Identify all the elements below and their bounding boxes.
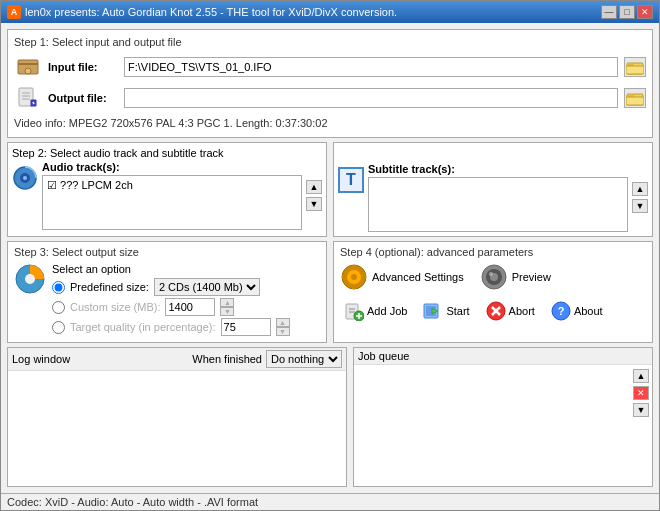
input-file-browse-button[interactable]	[624, 57, 646, 77]
target-spinner: ▲ ▼	[276, 318, 290, 336]
start-button[interactable]: Start	[419, 299, 473, 323]
custom-label: Custom size (MB):	[70, 301, 160, 313]
predefined-row: Predefined size: 2 CDs (1400 Mb) 1 CD (7…	[52, 278, 320, 296]
custom-row: Custom size (MB): ▲ ▼	[52, 298, 320, 316]
predefined-radio[interactable]	[52, 281, 65, 294]
custom-radio[interactable]	[52, 301, 65, 314]
custom-value-input[interactable]	[165, 298, 215, 316]
output-file-field[interactable]	[124, 88, 618, 108]
advanced-settings-button[interactable]: Advanced Settings	[340, 263, 464, 291]
step2-header: Step 2: Select audio track and subtitle …	[12, 147, 322, 159]
text-icon: T	[338, 167, 364, 193]
queue-header: Job queue	[354, 348, 652, 365]
subtitle-track-list	[368, 177, 628, 232]
queue-section: Job queue ▲ ✕ ▼	[353, 347, 653, 487]
when-finished-group: When finished Do nothing Shutdown Hibern…	[192, 350, 342, 368]
custom-spinner-down[interactable]: ▼	[220, 307, 234, 316]
target-value-input[interactable]	[221, 318, 271, 336]
audio-up-button[interactable]: ▲	[306, 180, 322, 194]
queue-arrows: ▲ ✕ ▼	[630, 365, 652, 486]
audio-arrows: ▲ ▼	[306, 161, 322, 230]
start-label: Start	[446, 305, 469, 317]
step4-header: Step 4 (optional): advanced parameters	[340, 246, 646, 258]
target-spinner-down[interactable]: ▼	[276, 327, 290, 336]
audio-track-text: ☑ ??? LPCM 2ch	[47, 179, 133, 192]
minimize-button[interactable]: —	[601, 5, 617, 19]
queue-up-button[interactable]: ▲	[633, 369, 649, 383]
preview-label: Preview	[512, 271, 551, 283]
window-title: len0x presents: Auto Gordian Knot 2.55 -…	[25, 6, 397, 18]
step2-row: Step 2: Select audio track and subtitle …	[7, 142, 653, 237]
output-file-icon	[14, 84, 42, 112]
input-file-row: Input file:	[14, 53, 646, 81]
custom-spinner-up[interactable]: ▲	[220, 298, 234, 307]
add-job-button[interactable]: Add Job	[340, 299, 411, 323]
input-file-field[interactable]	[124, 57, 618, 77]
start-icon	[423, 301, 443, 321]
log-body	[8, 371, 346, 486]
svg-rect-5	[626, 66, 644, 74]
step3-options: Select an option Predefined size: 2 CDs …	[52, 263, 320, 338]
audio-down-button[interactable]: ▼	[306, 197, 322, 211]
target-label: Target quality (in percentage):	[70, 321, 216, 333]
subtitle-body: T Subtitle track(s): ▲ ▼	[338, 163, 648, 232]
audio-body: Audio track(s): ☑ ??? LPCM 2ch ▲ ▼	[12, 161, 322, 230]
queue-down-button[interactable]: ▼	[633, 403, 649, 417]
output-file-browse-button[interactable]	[624, 88, 646, 108]
add-job-icon	[344, 301, 364, 321]
queue-list	[354, 365, 630, 486]
svg-rect-25	[342, 275, 346, 279]
status-bar: Codec: XviD - Audio: Auto - Auto width -…	[1, 493, 659, 510]
audio-section: Step 2: Select audio track and subtitle …	[7, 142, 327, 237]
subtitle-icon-area: T	[338, 163, 364, 232]
audio-track-item[interactable]: ☑ ??? LPCM 2ch	[45, 178, 299, 193]
pie-chart-icon	[14, 263, 46, 295]
abort-button[interactable]: Abort	[482, 299, 539, 323]
subtitle-up-button[interactable]: ▲	[632, 182, 648, 196]
about-button[interactable]: ? About	[547, 299, 607, 323]
title-bar-left: A len0x presents: Auto Gordian Knot 2.55…	[7, 5, 397, 19]
svg-rect-1	[18, 63, 38, 65]
close-button[interactable]: ✕	[637, 5, 653, 19]
audio-track-header: Audio track(s):	[42, 161, 302, 173]
maximize-button[interactable]: □	[619, 5, 635, 19]
main-window: A len0x presents: Auto Gordian Knot 2.55…	[0, 0, 660, 511]
predefined-label: Predefined size:	[70, 281, 149, 293]
log-queue-row: Log window When finished Do nothing Shut…	[7, 347, 653, 487]
music-icon	[12, 165, 38, 191]
svg-rect-26	[362, 275, 366, 279]
svg-point-2	[25, 68, 31, 74]
step3-header: Step 3: Select output size	[14, 246, 320, 258]
log-section: Log window When finished Do nothing Shut…	[7, 347, 347, 487]
queue-delete-button[interactable]: ✕	[633, 386, 649, 400]
step4-section: Step 4 (optional): advanced parameters	[333, 241, 653, 343]
when-finished-select[interactable]: Do nothing Shutdown Hibernate Standby	[266, 350, 342, 368]
audio-track-list: ☑ ??? LPCM 2ch	[42, 175, 302, 230]
advanced-settings-label: Advanced Settings	[372, 271, 464, 283]
title-buttons: — □ ✕	[601, 5, 653, 19]
svg-rect-23	[352, 265, 356, 269]
svg-rect-14	[626, 97, 644, 105]
video-info: Video info: MPEG2 720x576 PAL 4:3 PGC 1.…	[14, 115, 646, 131]
custom-spinner: ▲ ▼	[220, 298, 234, 316]
step1-header: Step 1: Select input and output file	[14, 36, 646, 48]
log-header: Log window When finished Do nothing Shut…	[8, 348, 346, 371]
preview-button[interactable]: Preview	[480, 263, 551, 291]
when-finished-label: When finished	[192, 353, 262, 365]
audio-icon-area	[12, 161, 38, 230]
svg-point-19	[25, 274, 35, 284]
subtitle-down-button[interactable]: ▼	[632, 199, 648, 213]
predefined-select[interactable]: 2 CDs (1400 Mb) 1 CD (700 Mb) 3 CDs (210…	[154, 278, 260, 296]
target-spinner-up[interactable]: ▲	[276, 318, 290, 327]
svg-point-30	[489, 272, 493, 276]
audio-track-col: Audio track(s): ☑ ??? LPCM 2ch	[42, 161, 302, 230]
status-text: Codec: XviD - Audio: Auto - Auto width -…	[7, 496, 258, 508]
step3-body: Select an option Predefined size: 2 CDs …	[14, 263, 320, 338]
about-label: About	[574, 305, 603, 317]
input-file-icon	[14, 53, 42, 81]
svg-point-22	[351, 274, 357, 280]
abort-label: Abort	[509, 305, 535, 317]
select-option-label: Select an option	[52, 263, 320, 275]
action-buttons-row: Add Job Start	[340, 299, 646, 323]
target-radio[interactable]	[52, 321, 65, 334]
